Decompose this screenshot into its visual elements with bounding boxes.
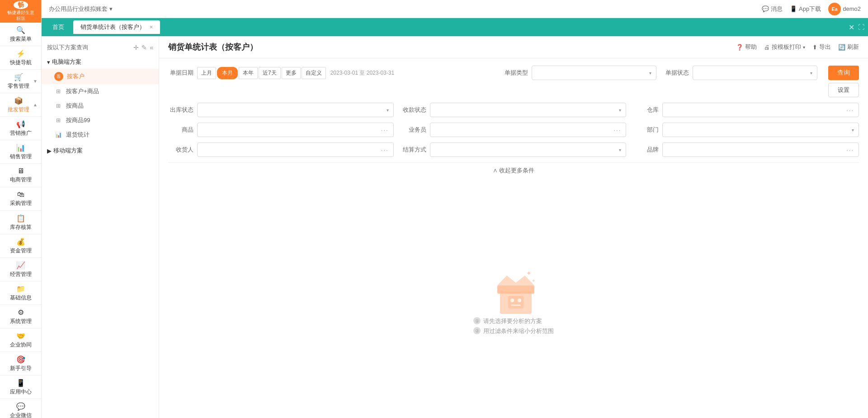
sidebar-item-new-guide[interactable]: 🎯 新手引导 [0,352,41,375]
query-btn[interactable]: 查询 [828,66,859,80]
fullscreen-icon[interactable]: ⛶ [858,24,864,31]
user-profile[interactable]: Ea demo2 [828,3,861,15]
empty-state: ✦ ✦ ① 请先选择要分析的方案 ② [159,185,868,418]
date-btn-more[interactable]: 更多 [282,67,301,79]
collapse-bar[interactable]: ∧ 收起更多条件 [168,162,859,178]
mobile-group-expand-icon: ▶ [47,147,52,154]
collapse-panel-btn[interactable]: « [150,44,153,51]
header-left: 办公用品行业模拟账套 ▾ [49,5,113,13]
payment-status-select[interactable]: ▾ [430,103,627,117]
logo-text: 畅捷通好生意 [7,10,34,15]
scheme-item-return-stat[interactable]: 📊 退货统计 [42,128,159,142]
date-btn-custom[interactable]: 自定义 [302,67,326,79]
order-type-select[interactable]: ▾ [532,66,656,80]
corp-collab-icon: 🤝 [16,332,25,340]
date-btn-this-month[interactable]: 本月 [217,67,238,79]
right-main: 销货单统计表（按客户） ❓ 帮助 🖨 按模板打印 ▾ ⬆ [159,36,868,418]
sidebar-item-corp-collab[interactable]: 🤝 企业协同 [0,328,41,352]
inventory-icon: 📋 [16,214,25,223]
collapse-arrow-icon: ∧ [493,167,500,174]
payment-method-filter: 结算方式 ▾ [401,142,627,157]
filter-row-2: 出库状态 ▾ 收款状态 ▾ 仓库 [168,103,859,117]
payment-method-select[interactable]: ▾ [430,142,627,157]
top-header: 办公用品行业模拟账套 ▾ 💬 消息 📱 App下载 Ea demo2 [42,0,868,18]
sidebar-item-ecommerce[interactable]: 🖥 电商管理 [0,164,41,187]
settings-btn[interactable]: 设置 [828,83,859,97]
order-status-select[interactable]: ▾ [693,66,817,80]
search-menu-icon: 🔍 [16,26,25,34]
by-customer-dot: 客 [54,72,63,81]
sidebar-item-app-center[interactable]: 📱 应用中心 [0,375,41,399]
logo-icon: 畅 [14,1,28,9]
sidebar-item-system[interactable]: ⚙ 系统管理 [0,305,41,328]
receiver-select[interactable]: ··· [197,142,394,157]
filter-area: 单据日期 上月 本月 本年 近7天 更多 自定义 [159,58,868,185]
content-area: 按以下方案查询 ✛ ✎ « ▾ 电脑端方案 客 按客户 ⊞ [42,36,868,418]
return-stat-icon: 📊 [54,131,62,139]
ship-status-arrow-icon: ▾ [387,108,389,113]
empty-illustration: ✦ ✦ [491,266,536,312]
wholesale-icon: 📦 [14,96,23,105]
print-btn[interactable]: 🖨 按模板打印 ▾ [764,43,805,51]
refresh-btn[interactable]: 🔄 刷新 [838,43,859,51]
brand-filter: 品牌 ··· [633,142,859,157]
order-status-arrow-icon: ▾ [810,71,812,76]
sidebar-item-purchase[interactable]: 🛍 采购管理 [0,187,41,211]
tab-close-icon[interactable]: × [150,24,153,30]
group-expand-arrow-icon: ▾ [47,59,50,66]
help-btn[interactable]: ❓ 帮助 [736,43,757,51]
salesperson-select[interactable]: ··· [430,123,627,137]
page-header: 销货单统计表（按客户） ❓ 帮助 🖨 按模板打印 ▾ ⬆ [159,36,868,58]
date-btn-last-7days[interactable]: 近7天 [259,67,281,79]
sidebar-item-finance[interactable]: 💰 资金管理 [0,234,41,258]
by-product-99-icon: ⊞ [54,116,62,124]
account-selector[interactable]: 办公用品行业模拟账套 ▾ [49,5,113,13]
sidebar-item-operations[interactable]: 📈 经营管理 [0,258,41,281]
sidebar-item-quick-nav[interactable]: ⚡ 快捷导航 [0,46,41,70]
empty-tip-1: ① 请先选择要分析的方案 [473,317,554,325]
scheme-group-mobile-title[interactable]: ▶ 移动端方案 [42,144,159,157]
sidebar-item-sales[interactable]: 📊 销售管理 [0,140,41,164]
sidebar-item-retail[interactable]: 🛒 零售管理 ▼ [0,70,41,93]
dept-select[interactable]: ▾ [662,123,859,137]
sidebar-item-wholesale[interactable]: 📦 批发管理 ▲ [0,93,41,117]
scheme-item-by-product[interactable]: ⊞ 按商品 [42,99,159,113]
scheme-group-desktop-title[interactable]: ▾ 电脑端方案 [42,55,159,69]
date-btn-last-month[interactable]: 上月 [197,67,216,79]
tab-home[interactable]: 首页 [45,20,71,34]
scheme-item-by-customer[interactable]: 客 按客户 [42,69,159,84]
avatar: Ea [828,3,841,15]
scheme-item-by-customer-product[interactable]: ⊞ 按客户+商品 [42,84,159,99]
scheme-item-by-product-99[interactable]: ⊞ 按商品99 [42,113,159,128]
tab-bar: 首页 销货单统计表（按客户） × ✕ ⛶ [42,18,868,36]
date-filter-item: 单据日期 上月 本月 本年 近7天 更多 自定义 [168,67,495,79]
warehouse-select[interactable]: ··· [662,103,859,117]
sidebar-item-marketing[interactable]: 📢 营销推广 [0,117,41,140]
ship-status-select[interactable]: ▾ [197,103,394,117]
edit-scheme-btn[interactable]: ✎ [142,44,147,51]
sidebar-item-inventory[interactable]: 📋 库存核算 [0,211,41,234]
sidebar-item-corp-wechat[interactable]: 💬 企业微信 [0,399,41,418]
page-title: 销货单统计表（按客户） [168,42,258,52]
message-btn[interactable]: 💬 消息 [762,5,783,13]
tab-sales-stat[interactable]: 销货单统计表（按客户） × [73,20,160,34]
add-scheme-btn[interactable]: ✛ [133,44,139,51]
order-type-filter: 单据类型 ▾ [503,66,656,80]
close-window-icon[interactable]: ✕ [849,23,854,32]
empty-tip-2: ② 用过滤条件来缩小分析范围 [473,327,554,335]
page-header-top: 销货单统计表（按客户） ❓ 帮助 🖨 按模板打印 ▾ ⬆ [168,42,859,52]
sidebar-item-search-menu[interactable]: 🔍 搜索菜单 [0,23,41,46]
order-type-arrow-icon: ▾ [649,71,651,76]
left-panel-header: 按以下方案查询 ✛ ✎ « [42,42,159,55]
app-center-icon: 📱 [16,379,25,387]
product-select[interactable]: ··· [197,123,394,137]
sidebar-item-basic-info[interactable]: 📁 基础信息 [0,281,41,305]
wholesale-arrow-icon: ▲ [33,102,38,107]
date-btn-this-year[interactable]: 本年 [239,67,258,79]
marketing-icon: 📢 [16,120,25,128]
app-download-btn[interactable]: 📱 App下载 [790,5,821,13]
brand-select[interactable]: ··· [662,142,859,157]
sidebar: 畅 畅捷通好生意 标版 🔍 搜索菜单 ⚡ 快捷导航 🛒 零售管理 ▼ 📦 批发管… [0,0,42,418]
export-btn[interactable]: ⬆ 导出 [812,43,831,51]
logo-subtitle: 标版 [16,15,25,22]
